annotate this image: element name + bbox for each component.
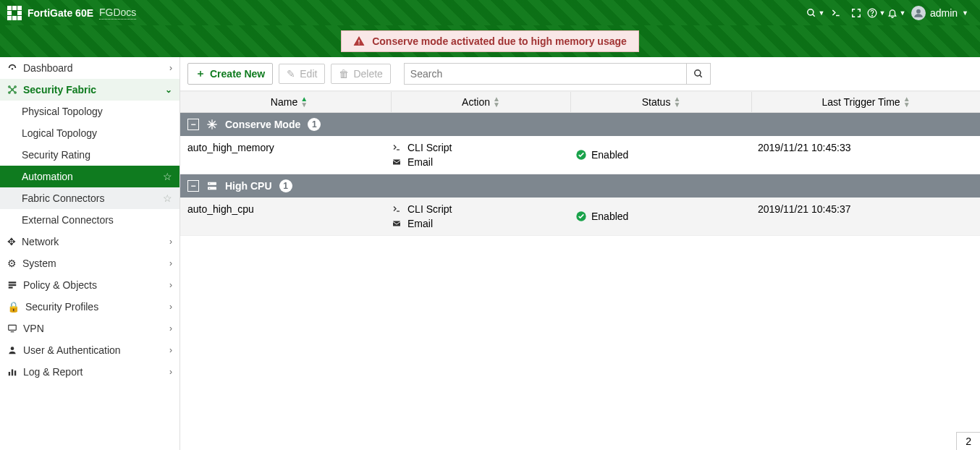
- sort-icon: ▲▼: [673, 96, 680, 108]
- svg-rect-27: [9, 284, 17, 286]
- sidebar-sub-logical-topology[interactable]: Logical Topology: [0, 122, 179, 144]
- col-time[interactable]: Last Trigger Time▲▼: [752, 92, 980, 112]
- delete-button[interactable]: 🗑Delete: [331, 64, 390, 84]
- svg-rect-32: [9, 372, 10, 375]
- sidebar-item-security-profiles[interactable]: 🔒Security Profiles ›: [0, 296, 179, 318]
- svg-rect-45: [393, 221, 400, 226]
- cli-icon: [392, 205, 402, 213]
- svg-rect-5: [7, 16, 12, 20]
- chevron-right-icon: ›: [169, 367, 172, 377]
- svg-line-23: [13, 88, 14, 89]
- svg-point-31: [11, 347, 14, 350]
- search-box: [404, 63, 711, 85]
- svg-point-18: [14, 86, 16, 88]
- search-icon[interactable]: ▼: [806, 3, 826, 23]
- fabric-icon: [7, 85, 17, 95]
- alert-banner: Conserve mode activated due to high memo…: [341, 30, 639, 52]
- table-header: Name▲▼ Action▲▼ Status▲▼ Last Trigger Ti…: [180, 91, 980, 113]
- sidebar-sub-external-connectors[interactable]: External Connectors: [0, 209, 179, 231]
- chevron-right-icon: ›: [169, 323, 172, 334]
- svg-line-36: [700, 75, 702, 77]
- alert-text: Conserve mode activated due to high memo…: [372, 35, 627, 47]
- sidebar-item-dashboard[interactable]: Dashboard ›: [0, 57, 179, 79]
- cell-status: Enabled: [571, 203, 752, 229]
- group-count: 1: [308, 118, 321, 131]
- svg-rect-15: [359, 43, 360, 44]
- svg-point-13: [916, 9, 921, 13]
- user-menu[interactable]: admin ▼: [907, 6, 973, 20]
- svg-point-12: [872, 15, 873, 16]
- sort-icon: ▲▼: [903, 96, 911, 108]
- gauge-icon: [7, 63, 17, 73]
- search-button[interactable]: [686, 63, 711, 85]
- col-name[interactable]: Name▲▼: [180, 92, 392, 112]
- svg-point-17: [9, 86, 10, 88]
- table-row[interactable]: auto_high_memory CLI Script Email Enable…: [180, 136, 980, 174]
- sidebar-item-policy[interactable]: Policy & Objects ›: [0, 274, 179, 296]
- sidebar-sub-automation[interactable]: Automation☆: [0, 166, 179, 187]
- hostname[interactable]: FGDocs: [99, 7, 136, 20]
- chevron-right-icon: ›: [169, 258, 172, 268]
- collapse-icon[interactable]: −: [187, 180, 199, 192]
- chevron-right-icon: ›: [169, 302, 172, 312]
- sidebar-sub-fabric-connectors[interactable]: Fabric Connectors☆: [0, 187, 179, 209]
- svg-rect-1: [12, 6, 17, 10]
- email-icon: [392, 158, 402, 166]
- search-input[interactable]: [404, 63, 686, 85]
- check-circle-icon: [575, 211, 587, 222]
- lock-icon: 🔒: [7, 301, 20, 313]
- cell-status: Enabled: [571, 142, 752, 168]
- sidebar-item-network[interactable]: ✥Network ›: [0, 231, 179, 252]
- group-header-high-cpu[interactable]: − High CPU 1: [180, 174, 980, 198]
- svg-rect-14: [359, 40, 360, 43]
- table-row[interactable]: auto_high_cpu CLI Script Email Enabled 2…: [180, 198, 980, 236]
- help-icon[interactable]: ▼: [866, 3, 887, 23]
- chart-icon: [7, 367, 17, 377]
- svg-line-25: [13, 90, 14, 92]
- create-new-button[interactable]: ＋Create New: [187, 63, 273, 85]
- move-icon: ✥: [7, 236, 16, 247]
- email-icon: [392, 219, 402, 228]
- edit-button[interactable]: ✎Edit: [279, 64, 325, 84]
- svg-point-42: [209, 183, 210, 184]
- group-label: Conserve Mode: [225, 119, 300, 130]
- fortinet-icon: [7, 6, 22, 20]
- cell-action: CLI Script Email: [392, 142, 571, 168]
- svg-line-24: [10, 90, 12, 92]
- user-icon: [7, 345, 17, 355]
- trash-icon: 🗑: [339, 68, 349, 80]
- sidebar-item-user-auth[interactable]: User & Authentication ›: [0, 339, 179, 361]
- sidebar: Dashboard › Security Fabric ⌄ Physical T…: [0, 57, 180, 450]
- product-name: FortiGate 60E: [28, 7, 93, 19]
- chevron-down-icon: ⌄: [165, 85, 172, 95]
- group-count: 1: [279, 179, 292, 192]
- col-action[interactable]: Action▲▼: [392, 92, 571, 112]
- fullscreen-icon[interactable]: [846, 3, 866, 23]
- toolbar: ＋Create New ✎Edit 🗑Delete: [180, 57, 980, 91]
- collapse-icon[interactable]: −: [187, 119, 199, 130]
- search-icon: [693, 69, 704, 79]
- star-icon[interactable]: ☆: [163, 192, 172, 204]
- cell-name: auto_high_cpu: [180, 203, 392, 229]
- svg-rect-29: [9, 325, 17, 330]
- gear-icon: ⚙: [7, 258, 17, 269]
- svg-rect-4: [17, 11, 22, 15]
- star-icon[interactable]: ☆: [163, 171, 172, 182]
- sidebar-sub-physical-topology[interactable]: Physical Topology: [0, 101, 179, 122]
- sidebar-item-system[interactable]: ⚙System ›: [0, 252, 179, 274]
- group-header-conserve-mode[interactable]: − Conserve Mode 1: [180, 113, 980, 136]
- notifications-icon[interactable]: ▼: [887, 3, 907, 23]
- sort-icon: ▲▼: [300, 96, 308, 108]
- top-bar: FortiGate 60E FGDocs ▼ ▼ ▼ admin ▼: [0, 0, 980, 25]
- monitor-icon: [7, 323, 17, 334]
- sidebar-sub-security-rating[interactable]: Security Rating: [0, 144, 179, 166]
- col-status[interactable]: Status▲▼: [571, 92, 752, 112]
- check-circle-icon: [575, 149, 587, 161]
- sidebar-item-security-fabric[interactable]: Security Fabric ⌄: [0, 79, 179, 101]
- server-icon: [206, 180, 218, 192]
- svg-line-22: [10, 88, 12, 89]
- sidebar-item-log-report[interactable]: Log & Report ›: [0, 361, 179, 383]
- cli-icon[interactable]: [826, 3, 846, 23]
- svg-point-35: [695, 70, 701, 76]
- sidebar-item-vpn[interactable]: VPN ›: [0, 318, 179, 339]
